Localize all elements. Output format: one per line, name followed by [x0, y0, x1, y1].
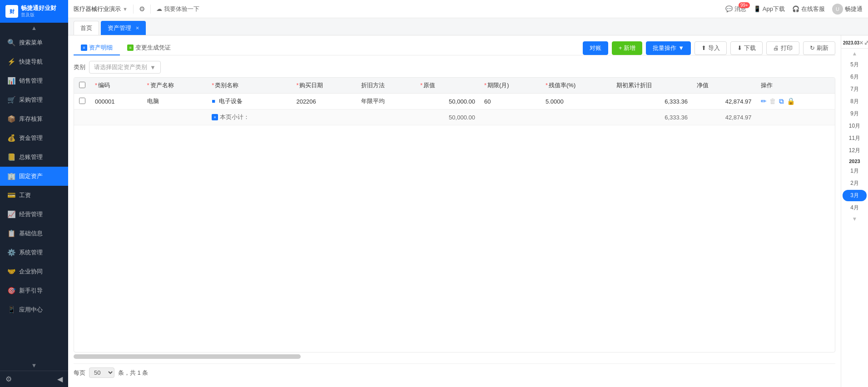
sidebar-item-app-center[interactable]: 📱 应用中心 — [0, 300, 68, 319]
sidebar-item-sales[interactable]: 📊 销售管理 — [0, 71, 68, 90]
sidebar-item-payroll[interactable]: 💳 工资 — [0, 186, 68, 205]
lock-action-btn[interactable]: 🔒 — [787, 97, 795, 105]
topbar: 医疗器械行业演示 ▼ ⚙ ☁ 我要体验一下 💬 消息 99+ 📱 App下载 🎧… — [68, 0, 868, 18]
timeline-month-4[interactable]: 4月 — [843, 202, 867, 213]
sidebar-item-search[interactable]: 🔍 搜索菜单 — [0, 33, 68, 52]
app-center-icon: 📱 — [7, 306, 15, 314]
timeline-month-8[interactable]: 8月 — [843, 96, 867, 107]
row-checkbox[interactable] — [79, 98, 85, 104]
table-scrollbar[interactable] — [74, 354, 835, 360]
timeline-up-arrow[interactable]: ▲ — [850, 49, 859, 59]
import-button[interactable]: ⬆ 导入 — [694, 41, 727, 55]
sub-tab-change-voucher[interactable]: ≡ 变更生成凭证 — [120, 41, 178, 55]
base-info-icon: 📋 — [7, 229, 15, 238]
subtotal-name-cell — [143, 109, 208, 125]
timeline-month-7[interactable]: 7月 — [843, 84, 867, 95]
subtotal-rate-cell — [541, 109, 612, 125]
col-depreciation-method: 折旧方法 — [357, 78, 416, 94]
tab-home[interactable]: 首页 — [74, 21, 99, 35]
reconcile-button[interactable]: 对账 — [583, 41, 608, 55]
subtotal-term-cell — [480, 109, 541, 125]
table-row: 000001 电脑 ■ 电子设备 202206 年限平均 50,000.00 6… — [74, 94, 835, 109]
timeline-month-2[interactable]: 2月 — [843, 178, 867, 189]
sidebar-item-base-info[interactable]: 📋 基础信息 — [0, 224, 68, 243]
online-service-btn[interactable]: 🎧 在线客服 — [792, 5, 825, 13]
subtotal-row: ≡ 本页小计： 50,000.00 6,333.36 42,874.97 — [74, 109, 835, 125]
filter-row: 类别 请选择固定资产类别 ▼ — [74, 61, 835, 74]
category-dropdown-icon: ▼ — [150, 64, 156, 71]
per-page-select[interactable]: 50 100 200 — [89, 367, 114, 378]
cell-code: 000001 — [90, 94, 143, 109]
sidebar-item-guide[interactable]: 🎯 新手引导 — [0, 281, 68, 300]
timeline-month-5[interactable]: 5月 — [843, 59, 867, 70]
timeline-month-11[interactable]: 11月 — [843, 133, 867, 144]
row-checkbox-cell[interactable] — [74, 94, 90, 109]
messages-btn[interactable]: 💬 消息 99+ — [725, 5, 746, 13]
copy-action-btn[interactable]: ⧉ — [779, 97, 784, 105]
collapse-sidebar-btn[interactable]: ◀ — [57, 375, 63, 383]
timeline-month-1[interactable]: 1月 — [843, 165, 867, 177]
timeline-header: 2023.03 × ⤢ — [841, 37, 868, 49]
sidebar-scroll-down[interactable]: ▼ — [0, 360, 68, 371]
category-filter-label: 类别 — [74, 63, 85, 71]
quick-nav-icon: ⚡ — [7, 58, 15, 66]
cell-name: 电脑 — [143, 94, 208, 109]
timeline-month-10[interactable]: 10月 — [843, 120, 867, 132]
company-dropdown-icon: ▼ — [123, 6, 128, 12]
cell-purchase-date: 202206 — [292, 94, 357, 109]
timeline-close-btn[interactable]: × — [859, 39, 863, 46]
sidebar-item-operations[interactable]: 📈 经营管理 — [0, 205, 68, 224]
tab-close-icon[interactable]: × — [136, 25, 139, 31]
app-download-btn[interactable]: 📱 App下载 — [754, 5, 785, 13]
subtotal-label-cell: ≡ 本页小计： — [207, 109, 292, 125]
print-button[interactable]: 🖨 打印 — [766, 41, 799, 55]
refresh-button[interactable]: ↻ 刷新 — [803, 41, 835, 55]
subtotal-original-value: 50,000.00 — [416, 109, 480, 125]
edit-action-btn[interactable]: ✏ — [761, 97, 767, 105]
timeline-down-arrow[interactable]: ▼ — [850, 214, 859, 224]
subtotal-icon: ≡ — [212, 114, 218, 120]
new-button[interactable]: + 新增 — [612, 41, 642, 55]
batch-ops-button[interactable]: 批量操作 ▼ — [646, 41, 691, 55]
select-all-header[interactable] — [74, 78, 90, 94]
timeline-expand-btn[interactable]: ⤢ — [864, 39, 868, 46]
sidebar-item-fixed-assets[interactable]: 🏢 固定资产 — [0, 167, 68, 186]
sidebar-item-purchase[interactable]: 🛒 采购管理 — [0, 90, 68, 109]
settings-footer-icon[interactable]: ⚙ — [5, 375, 12, 383]
service-icon: 🎧 — [792, 5, 799, 12]
timeline-month-9[interactable]: 9月 — [843, 108, 867, 119]
page-total-info: 条，共 1 条 — [118, 369, 148, 377]
col-name: *资产名称 — [143, 78, 208, 94]
topbar-settings-icon[interactable]: ⚙ — [139, 5, 145, 13]
sidebar-item-capital[interactable]: 💰 资金管理 — [0, 129, 68, 148]
user-btn[interactable]: U 畅捷通 — [832, 4, 863, 15]
sidebar-item-inventory[interactable]: 📦 库存核算 — [0, 109, 68, 129]
timeline-month-6[interactable]: 6月 — [843, 71, 867, 83]
timeline-month-12[interactable]: 12月 — [843, 145, 867, 156]
logo-icon: 财 — [5, 5, 18, 18]
sidebar-item-enterprise[interactable]: 🤝 企业协同 — [0, 262, 68, 281]
sidebar-item-system[interactable]: ⚙️ 系统管理 — [0, 243, 68, 262]
purchase-icon: 🛒 — [7, 96, 15, 104]
timeline-month-3-current[interactable]: 3月 — [843, 190, 867, 201]
search-icon: 🔍 — [7, 39, 15, 47]
operations-icon: 📈 — [7, 210, 15, 218]
company-selector[interactable]: 医疗器械行业演示 ▼ — [74, 5, 128, 13]
select-all-checkbox[interactable] — [79, 82, 85, 88]
inventory-icon: 📦 — [7, 115, 15, 123]
sub-tabs: ≡ 资产明细 ≡ 变更生成凭证 对账 + 新增 批量操作 ▼ ⬆ — [74, 41, 835, 55]
col-actions: 操作 — [756, 78, 835, 94]
fixed-assets-icon: 🏢 — [7, 172, 15, 180]
topbar-experience[interactable]: ☁ 我要体验一下 — [156, 5, 199, 13]
sidebar-item-ledger[interactable]: 📒 总账管理 — [0, 148, 68, 167]
delete-action-btn[interactable]: 🗑 — [769, 97, 776, 105]
download-button[interactable]: ⬇ 下载 — [730, 41, 763, 55]
sub-tab-asset-detail[interactable]: ≡ 资产明细 — [74, 41, 120, 55]
sidebar-scroll-up[interactable]: ▲ — [0, 23, 68, 33]
sidebar-item-quick-nav[interactable]: ⚡ 快捷导航 — [0, 52, 68, 71]
subtotal-checkbox-cell — [74, 109, 90, 125]
batch-dropdown-icon: ▼ — [678, 45, 684, 51]
timeline-year-2023: 2023 — [849, 159, 860, 164]
category-filter-select[interactable]: 请选择固定资产类别 ▼ — [89, 61, 161, 74]
tab-asset-management[interactable]: 资产管理 × — [101, 21, 146, 35]
